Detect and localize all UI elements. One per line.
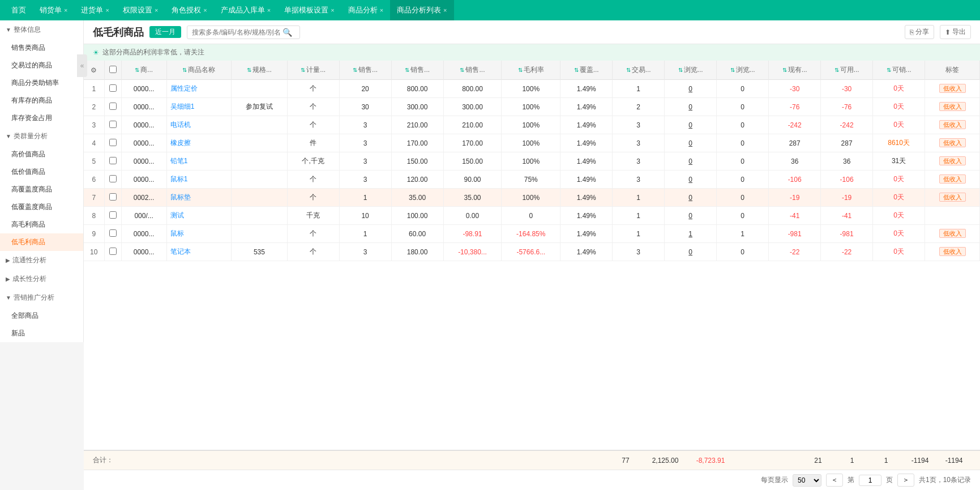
sidebar-item-low-margin[interactable]: 低毛利商品 [0, 233, 83, 251]
nav-product-analysis-close[interactable]: × [380, 7, 383, 14]
col-code[interactable]: ⇅商... [121, 61, 166, 80]
sidebar-item-high-value[interactable]: 高价值商品 [0, 146, 83, 163]
cell-view1[interactable]: 0 [665, 152, 717, 171]
share-button[interactable]: ⎘ 分享 [905, 25, 934, 39]
col-checkbox[interactable] [104, 61, 121, 80]
row-checkbox[interactable] [109, 248, 117, 255]
search-icon[interactable]: 🔍 [283, 28, 292, 37]
cell-view1[interactable]: 0 [665, 116, 717, 134]
cell-name[interactable]: 属性定价 [166, 80, 232, 98]
row-checkbox[interactable] [109, 121, 117, 128]
cell-view1[interactable]: 0 [665, 171, 717, 189]
cell-name[interactable]: 鼠标 [166, 225, 232, 243]
sidebar-item-all-products[interactable]: 全部商品 [0, 307, 83, 325]
nav-purchase-close[interactable]: × [105, 7, 109, 14]
nav-template-close[interactable]: × [331, 7, 334, 14]
col-tag[interactable]: 标签 [925, 61, 980, 80]
cell-view1[interactable]: 0 [665, 80, 717, 98]
sidebar-group-cluster[interactable]: ▼ 类群量分析 [0, 127, 83, 146]
nav-home[interactable]: 首页 [5, 0, 33, 20]
sidebar-item-low-value[interactable]: 低价值商品 [0, 163, 83, 181]
cell-checkbox[interactable] [104, 134, 121, 152]
col-view1[interactable]: ⇅浏览... [665, 61, 717, 80]
col-name[interactable]: ⇅商品名称 [166, 61, 232, 80]
sidebar-group-overall[interactable]: ▼ 整体信息 [0, 20, 83, 39]
cell-view1[interactable]: 0 [665, 207, 717, 225]
nav-product-entry-close[interactable]: × [267, 7, 271, 14]
next-page-button[interactable]: ＞ [897, 474, 914, 487]
cell-name[interactable]: 笔记本 [166, 243, 232, 261]
sidebar-group-marketing[interactable]: ▼ 营销推广分析 [0, 288, 83, 307]
cell-checkbox[interactable] [104, 243, 121, 261]
col-saleable-days[interactable]: ⇅可销... [873, 61, 925, 80]
cell-checkbox[interactable] [104, 98, 121, 116]
cell-name[interactable]: 橡皮擦 [166, 134, 232, 152]
export-button[interactable]: ⬆ 导出 [940, 25, 971, 39]
col-coverage[interactable]: ⇅覆盖... [560, 61, 613, 80]
settings-icon[interactable]: ⚙ [91, 66, 97, 74]
cell-checkbox[interactable] [104, 171, 121, 189]
nav-role-auth[interactable]: 角色授权 × [165, 0, 213, 20]
nav-sales[interactable]: 销货单 × [33, 0, 74, 20]
select-all-checkbox[interactable] [109, 66, 117, 73]
cell-checkbox[interactable] [104, 225, 121, 243]
col-sales-amount[interactable]: ⇅销售... [443, 61, 502, 80]
nav-permissions[interactable]: 权限设置 × [116, 0, 165, 20]
sidebar-item-new-products[interactable]: 新品 [0, 325, 83, 342]
cell-name[interactable]: 铅笔1 [166, 152, 232, 171]
row-checkbox[interactable] [109, 157, 117, 164]
nav-product-entry[interactable]: 产成品入库单 × [214, 0, 277, 20]
cell-view1[interactable]: 0 [665, 243, 717, 261]
page-input[interactable] [859, 475, 881, 486]
search-input[interactable] [192, 28, 283, 36]
nav-permissions-close[interactable]: × [155, 7, 158, 14]
nav-product-analysis-list[interactable]: 商品分析列表 × [390, 0, 453, 20]
data-table-container[interactable]: ⚙ ⇅商... ⇅商品名称 ⇅规格... ⇅计量... ⇅销售... ⇅销售..… [84, 61, 980, 450]
nav-purchase[interactable]: 进货单 × [74, 0, 115, 20]
row-checkbox[interactable] [109, 84, 117, 92]
sidebar-item-low-coverage[interactable]: 低覆盖度商品 [0, 198, 83, 216]
cell-checkbox[interactable] [104, 207, 121, 225]
row-checkbox[interactable] [109, 211, 117, 219]
sidebar-collapse-button[interactable]: « [77, 54, 87, 77]
cell-name[interactable]: 吴细细1 [166, 98, 232, 116]
sidebar-group-liquidity[interactable]: ▶ 流通性分析 [0, 251, 83, 270]
cell-checkbox[interactable] [104, 189, 121, 207]
prev-page-button[interactable]: ＜ [826, 474, 843, 487]
sidebar-item-sales-products[interactable]: 销售类商品 [0, 39, 83, 57]
cell-checkbox[interactable] [104, 80, 121, 98]
nav-product-analysis[interactable]: 商品分析 × [341, 0, 390, 20]
nav-template-settings[interactable]: 单据模板设置 × [277, 0, 341, 20]
sidebar-item-high-margin[interactable]: 高毛利商品 [0, 216, 83, 233]
nav-role-auth-close[interactable]: × [203, 7, 207, 14]
sidebar-item-stock-capital[interactable]: 库存资金占用 [0, 109, 83, 127]
cell-name[interactable]: 鼠标1 [166, 171, 232, 189]
col-sales-qty[interactable]: ⇅销售... [339, 61, 391, 80]
row-checkbox[interactable] [109, 139, 117, 146]
sidebar-item-category-rate[interactable]: 商品分类助销率 [0, 74, 83, 92]
col-view2[interactable]: ⇅浏览... [717, 61, 769, 80]
per-page-select[interactable]: 50 100 200 [793, 474, 821, 487]
sidebar-item-high-coverage[interactable]: 高覆盖度商品 [0, 181, 83, 198]
cell-checkbox[interactable] [104, 152, 121, 171]
sidebar-item-in-stock[interactable]: 有库存的商品 [0, 92, 83, 109]
row-checkbox[interactable] [109, 193, 117, 201]
row-checkbox[interactable] [109, 175, 117, 182]
col-gross-margin[interactable]: ⇅毛利率 [502, 61, 560, 80]
nav-sales-close[interactable]: × [64, 7, 67, 14]
cell-name[interactable]: 鼠标垫 [166, 189, 232, 207]
col-sales-price[interactable]: ⇅销售... [391, 61, 443, 80]
cell-view1[interactable]: 0 [665, 189, 717, 207]
row-checkbox[interactable] [109, 229, 117, 237]
cell-view1[interactable]: 0 [665, 134, 717, 152]
sidebar-item-traded-products[interactable]: 交易过的商品 [0, 57, 83, 74]
col-transaction[interactable]: ⇅交易... [613, 61, 665, 80]
nav-product-analysis-list-close[interactable]: × [443, 7, 447, 14]
cell-name[interactable]: 电话机 [166, 116, 232, 134]
period-button[interactable]: 近一月 [149, 26, 181, 38]
cell-name[interactable]: 测试 [166, 207, 232, 225]
col-spec[interactable]: ⇅规格... [232, 61, 287, 80]
cell-checkbox[interactable] [104, 116, 121, 134]
col-unit[interactable]: ⇅计量... [287, 61, 339, 80]
col-current-stock[interactable]: ⇅现有... [769, 61, 821, 80]
